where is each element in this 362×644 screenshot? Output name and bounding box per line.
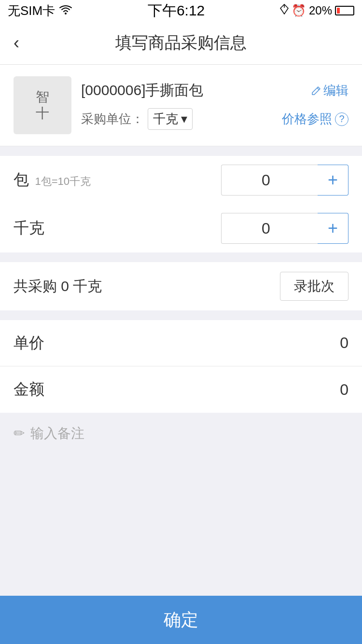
amount-label: 金额 (14, 379, 44, 400)
bag-input-section: 包 1包=10千克 + (0, 156, 362, 204)
pencil-icon: ✏ (14, 425, 25, 441)
kg-label: 千克 (14, 218, 44, 239)
price-ref-button[interactable]: 价格参照 ? (282, 111, 348, 127)
product-logo: 智 十 (36, 89, 49, 121)
bag-input-row: 包 1包=10千克 + (0, 156, 362, 204)
bag-sub-label: 1包=10千克 (35, 175, 91, 187)
battery-percent: 20% (309, 4, 332, 17)
location-icon (280, 4, 289, 17)
remark-section[interactable]: ✏ 输入备注 (0, 413, 362, 525)
edit-button[interactable]: 编辑 (311, 82, 348, 99)
product-image: 智 十 (14, 76, 71, 134)
question-icon: ? (335, 112, 348, 126)
unit-price-value: 0 (340, 334, 348, 352)
amount-value: 0 (340, 381, 348, 399)
svg-point-0 (65, 13, 67, 14)
price-section: 单价 0 金额 0 (0, 320, 362, 413)
unit-price-row: 单价 0 (0, 320, 362, 366)
bag-quantity-input[interactable] (221, 165, 318, 196)
remark-placeholder: 输入备注 (30, 424, 84, 443)
unit-label: 采购单位： (81, 111, 144, 127)
svg-line-2 (317, 88, 319, 90)
amount-row: 金额 0 (0, 366, 362, 413)
product-full-name: [0000006]手撕面包 (81, 81, 203, 100)
kg-input-right: + (221, 213, 348, 244)
summary-quantity: 0 (61, 278, 73, 294)
product-card: 智 十 [0000006]手撕面包 编辑 采购单位： 千克 ▾ (0, 65, 362, 146)
alarm-icon: ⏰ (292, 4, 306, 17)
unit-price-label: 单价 (14, 333, 44, 354)
confirm-button[interactable]: 确定 (0, 596, 362, 644)
bottom-spacer (0, 525, 362, 596)
bag-label: 包 (14, 171, 29, 188)
summary-text-group: 共采购 0 千克 (14, 277, 102, 296)
status-time: 下午6:12 (148, 1, 205, 21)
bag-label-group: 包 1包=10千克 (14, 169, 91, 191)
unit-select[interactable]: 千克 ▾ (148, 108, 193, 130)
kg-quantity-input[interactable] (221, 213, 318, 244)
kg-input-row: 千克 + (0, 204, 362, 252)
summary-prefix: 共采购 (14, 278, 61, 294)
section-divider-3 (0, 310, 362, 320)
unit-row: 采购单位： 千克 ▾ 价格参照 ? (81, 108, 348, 130)
confirm-label: 确定 (164, 608, 198, 632)
status-bar: 无SIM卡 下午6:12 ⏰ 20% (0, 0, 362, 21)
back-button[interactable]: ‹ (14, 33, 19, 53)
section-divider-1 (0, 146, 362, 156)
bag-input-right: + (221, 165, 348, 196)
carrier-text: 无SIM卡 (8, 2, 55, 19)
summary-row: 共采购 0 千克 录批次 (0, 262, 362, 310)
product-name-row: [0000006]手撕面包 编辑 (81, 81, 348, 100)
summary-suffix: 千克 (73, 278, 102, 294)
battery-icon (335, 6, 354, 15)
kg-plus-button[interactable]: + (318, 213, 348, 244)
status-left: 无SIM卡 (8, 2, 72, 19)
page-title: 填写商品采购信息 (115, 32, 247, 54)
batch-button[interactable]: 录批次 (280, 272, 348, 301)
kg-input-section: 千克 + (0, 204, 362, 252)
status-right: ⏰ 20% (280, 4, 354, 17)
bag-plus-button[interactable]: + (318, 165, 348, 196)
product-info: [0000006]手撕面包 编辑 采购单位： 千克 ▾ 价格参照 ? (81, 81, 348, 130)
wifi-icon (59, 3, 72, 18)
section-divider-2 (0, 252, 362, 262)
chevron-down-icon: ▾ (181, 112, 187, 126)
nav-bar: ‹ 填写商品采购信息 (0, 21, 362, 65)
